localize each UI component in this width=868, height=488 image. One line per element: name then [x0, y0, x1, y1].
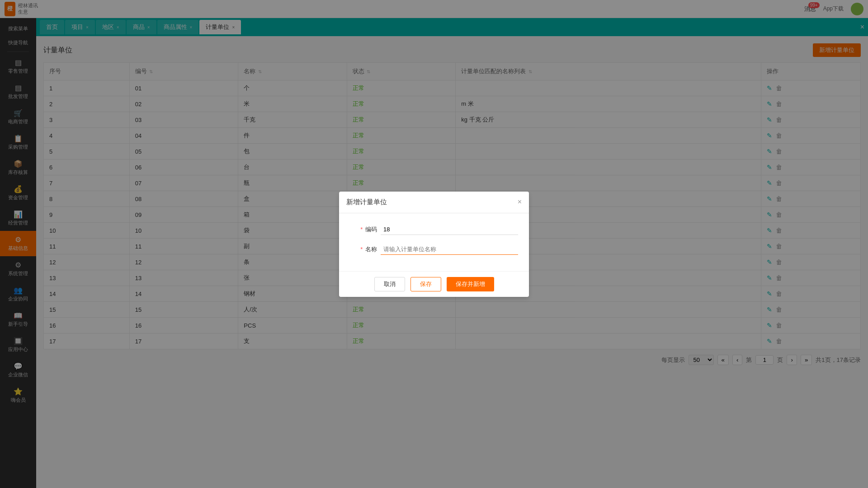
main-layout: 搜索菜单 快捷导航 ▤ 零售管理 ▤ 批发管理 🛒 电商管理 📋 采购管理 📦 …	[0, 18, 868, 488]
form-row-name: * 名称	[350, 244, 518, 255]
modal-body: * 编码 * 名称	[339, 213, 529, 271]
modal-overlay: 新增计量单位 × * 编码 *	[36, 36, 868, 488]
add-measure-unit-modal: 新增计量单位 × * 编码 *	[339, 192, 529, 297]
modal-close-button[interactable]: ×	[518, 198, 522, 206]
page-content: 计量单位 新增计量单位 序号 编号 ⇅ 名称	[36, 36, 868, 488]
save-and-new-button[interactable]: 保存并新增	[447, 277, 494, 291]
modal-footer: 取消 保存 保存并新增	[339, 271, 529, 297]
code-required-mark: *	[360, 226, 363, 233]
modal-title: 新增计量单位	[346, 198, 387, 206]
cancel-button[interactable]: 取消	[374, 277, 405, 291]
code-input[interactable]	[381, 224, 518, 235]
name-label: * 名称	[350, 245, 377, 253]
name-required-mark: *	[360, 246, 363, 253]
save-button[interactable]: 保存	[410, 277, 441, 291]
modal-header: 新增计量单位 ×	[339, 192, 529, 213]
form-row-code: * 编码	[350, 224, 518, 235]
content-area: 首页 项目 × 地区 × 商品 × 商品属性 × 计量单位 × ×	[36, 18, 868, 488]
code-label: * 编码	[350, 225, 377, 234]
name-input[interactable]	[381, 244, 518, 255]
